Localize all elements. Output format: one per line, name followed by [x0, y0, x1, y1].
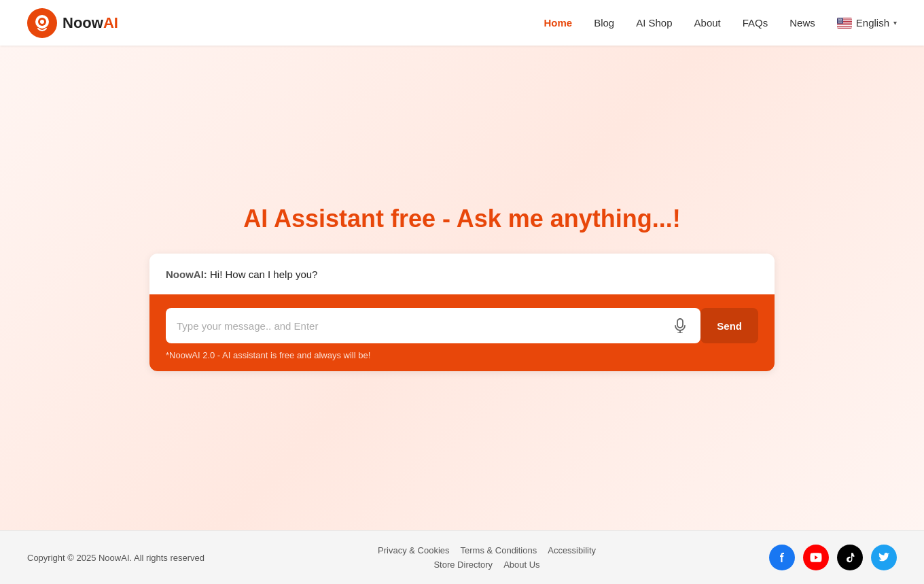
youtube-link[interactable] — [803, 545, 829, 570]
site-header: NoowAI Home Blog AI Shop About FAQs News — [0, 0, 924, 46]
twitter-icon — [878, 553, 889, 562]
chat-input-area: Send *NoowAI 2.0 - AI assistant is free … — [149, 294, 775, 371]
send-button[interactable]: Send — [700, 308, 758, 343]
svg-point-37 — [840, 22, 841, 22]
svg-rect-9 — [837, 25, 852, 26]
svg-point-33 — [840, 21, 841, 22]
svg-point-26 — [838, 20, 839, 21]
logo-text: NoowAI — [63, 14, 118, 32]
svg-point-15 — [840, 18, 841, 18]
facebook-icon — [777, 552, 787, 563]
nav-news[interactable]: News — [789, 17, 815, 29]
us-flag-icon — [837, 18, 852, 29]
lang-label: English — [856, 17, 889, 29]
footer-copyright: Copyright © 2025 NoowAI. All rights rese… — [27, 553, 205, 563]
footer-social — [769, 545, 897, 570]
chat-message: NoowAI: Hi! How can I help you? — [166, 269, 317, 280]
message-input[interactable] — [166, 308, 700, 343]
footer-terms[interactable]: Terms & Conditions — [461, 545, 537, 555]
chat-message-area: NoowAI: Hi! How can I help you? — [149, 254, 775, 294]
svg-point-14 — [840, 18, 840, 18]
nav-faqs[interactable]: FAQs — [743, 17, 768, 29]
site-footer: Copyright © 2025 NoowAI. All rights rese… — [0, 530, 924, 584]
tiktok-link[interactable] — [837, 545, 863, 570]
nav-home[interactable]: Home — [544, 17, 572, 29]
input-row: Send — [166, 308, 758, 343]
nav-ai-shop[interactable]: AI Shop — [636, 17, 672, 29]
nav-about[interactable]: About — [694, 17, 721, 29]
svg-point-23 — [840, 20, 840, 20]
mic-icon — [673, 318, 687, 333]
footer-inner: Copyright © 2025 NoowAI. All rights rese… — [27, 545, 897, 570]
tiktok-icon — [845, 552, 855, 563]
svg-point-24 — [840, 20, 841, 20]
main-content: AI Assistant free - Ask me anything...! … — [0, 46, 924, 530]
svg-point-17 — [838, 18, 839, 19]
footer-accessibility[interactable]: Accessibility — [548, 545, 596, 555]
svg-point-38 — [841, 22, 842, 22]
svg-point-31 — [838, 21, 839, 22]
svg-point-19 — [840, 18, 841, 19]
svg-point-12 — [838, 18, 838, 18]
svg-point-20 — [841, 18, 842, 19]
bot-message: Hi! How can I help you? — [210, 269, 317, 280]
footer-links-row-2: Store Directory About Us — [433, 560, 539, 570]
nav-blog[interactable]: Blog — [594, 17, 614, 29]
footer-privacy[interactable]: Privacy & Cookies — [378, 545, 449, 555]
svg-point-3 — [40, 20, 44, 24]
svg-point-34 — [842, 21, 842, 22]
svg-point-27 — [839, 20, 840, 21]
svg-point-21 — [838, 20, 838, 20]
facebook-link[interactable] — [769, 545, 795, 570]
svg-point-36 — [839, 22, 840, 22]
svg-point-28 — [840, 20, 841, 21]
svg-rect-10 — [837, 27, 852, 27]
mic-button[interactable] — [668, 313, 692, 338]
svg-point-18 — [839, 18, 840, 19]
footer-about-us[interactable]: About Us — [503, 560, 539, 570]
svg-point-35 — [838, 22, 839, 22]
svg-rect-8 — [837, 23, 852, 24]
svg-rect-39 — [677, 319, 683, 328]
language-selector[interactable]: English ▾ — [837, 17, 897, 29]
svg-point-30 — [838, 21, 838, 22]
svg-point-22 — [838, 20, 839, 20]
chevron-down-icon: ▾ — [893, 19, 897, 27]
twitter-link[interactable] — [871, 545, 897, 570]
main-nav: Home Blog AI Shop About FAQs News — [544, 17, 897, 29]
bot-label: NoowAI: — [166, 269, 207, 280]
logo-link[interactable]: NoowAI — [27, 8, 118, 38]
svg-point-13 — [838, 18, 839, 18]
svg-point-32 — [840, 21, 840, 22]
logo-icon — [27, 8, 57, 38]
hero-title: AI Assistant free - Ask me anything...! — [243, 205, 680, 233]
input-wrapper — [166, 308, 692, 343]
svg-point-29 — [841, 20, 842, 21]
chat-footer-note: *NoowAI 2.0 - AI assistant is free and a… — [166, 350, 758, 360]
footer-links: Privacy & Cookies Terms & Conditions Acc… — [378, 545, 596, 570]
footer-links-row-1: Privacy & Cookies Terms & Conditions Acc… — [378, 545, 596, 555]
youtube-icon — [810, 553, 822, 562]
svg-point-25 — [842, 20, 842, 20]
chat-widget: NoowAI: Hi! How can I help you? — [149, 254, 775, 371]
svg-point-16 — [842, 18, 842, 18]
footer-store-directory[interactable]: Store Directory — [433, 560, 493, 570]
